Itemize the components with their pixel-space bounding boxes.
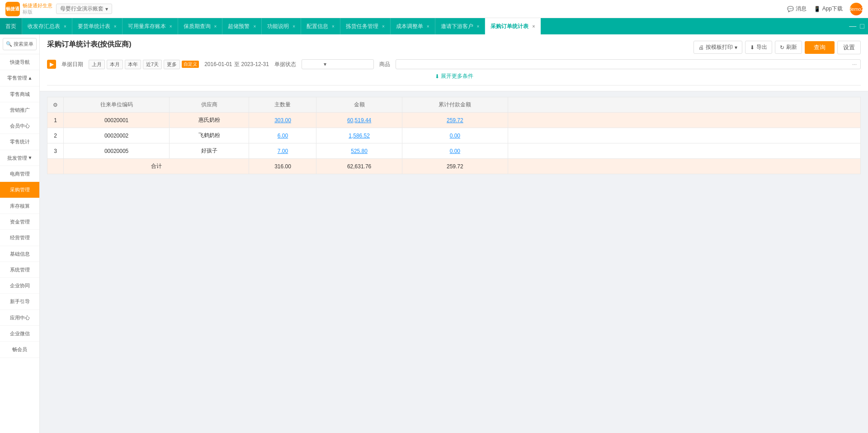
row2-extra (508, 128, 861, 143)
sidebar-item-marketing[interactable]: 营销推广 (0, 102, 39, 118)
print-button[interactable]: 🖨 按模板打印 ▾ (693, 41, 742, 54)
tab-demand[interactable]: 要货单统计表 × (72, 18, 123, 34)
sidebar-item-retail-stat[interactable]: 零售统计 (0, 134, 39, 150)
logo-icon: 畅捷通 (5, 2, 20, 16)
sidebar-item-enterprise[interactable]: 企业协同 (0, 278, 39, 294)
app-download-button[interactable]: 📱 App下载 (814, 5, 843, 13)
chevron-icon2: ▼ (28, 155, 33, 160)
setting-button[interactable]: 设置 (837, 41, 861, 54)
close-tab-config[interactable]: × (332, 24, 335, 29)
sidebar-item-operations[interactable]: 经营管理 (0, 230, 39, 246)
tab-cost[interactable]: 成本调整单 × (391, 18, 435, 34)
col-code: 往来单位编码 (64, 97, 170, 113)
sidebar-item-quick-nav[interactable]: 快捷导航 (0, 54, 39, 70)
tab-inventory[interactable]: 可用量库存账本 × (123, 18, 178, 34)
date-last-month[interactable]: 上月 (89, 60, 105, 69)
sidebar-item-retail-shop[interactable]: 零售商城 (0, 86, 39, 102)
date-filter-label: 单据日期 (61, 61, 83, 68)
main-layout: 🔍 搜索菜单 快捷导航 零售管理 ▲ 零售商城 营销推广 会员中心 零售统计 批… (0, 34, 868, 433)
table-footer-row: 合计 316.00 62,631.76 259.72 (47, 159, 861, 174)
sidebar-item-enterprise-wechat[interactable]: 企业微信 (0, 326, 39, 342)
sidebar-item-app-center[interactable]: 应用中心 (0, 310, 39, 326)
sidebar-item-new-guide[interactable]: 新手引导 (0, 294, 39, 309)
date-this-month[interactable]: 本月 (107, 60, 123, 69)
close-tab-warranty[interactable]: × (214, 24, 217, 29)
logo-text: 畅捷通好生意 标版 (23, 3, 52, 14)
sidebar-item-system[interactable]: 系统管理 (0, 262, 39, 278)
sidebar-item-member2[interactable]: 畅会员 (0, 342, 39, 357)
close-tab-overstock[interactable]: × (253, 24, 256, 29)
sidebar-item-purchase-mgmt[interactable]: 采购管理 (0, 182, 39, 198)
sidebar-item-inventory-check[interactable]: 库存核算 (0, 198, 39, 214)
row1-supplier: 惠氏奶粉 (170, 113, 249, 128)
close-tab-invite[interactable]: × (477, 24, 480, 29)
sidebar-item-finance[interactable]: 资金管理 (0, 214, 39, 230)
date-shortcuts: 上月 本月 本年 近7天 更多 自定义 (89, 60, 199, 69)
content-area: 采购订单统计表(按供应商) 🖨 按模板打印 ▾ ⬇ 导出 ↻ 刷新 (40, 34, 868, 433)
row3-amount[interactable]: 525.80 (316, 143, 402, 159)
status-select[interactable]: ▾ (302, 59, 374, 69)
print-icon: 🖨 (698, 44, 704, 51)
row1-quantity[interactable]: 303.00 (249, 113, 316, 128)
refresh-button[interactable]: ↻ 刷新 (775, 41, 802, 54)
tab-purchase[interactable]: 采购订单统计表 × (485, 18, 541, 34)
tab-warranty[interactable]: 保质期查询 × (178, 18, 223, 34)
collapse-filter-button[interactable]: ▶ (47, 60, 56, 69)
query-button[interactable]: 查询 (805, 41, 835, 54)
sidebar-item-ecommerce[interactable]: 电商管理 (0, 166, 39, 182)
close-tab-function[interactable]: × (292, 24, 295, 29)
chevron-down-print: ▾ (735, 44, 737, 51)
tab-receive[interactable]: 收发存汇总表 × (22, 18, 72, 34)
maximize-button[interactable]: □ (860, 22, 864, 30)
row2-quantity[interactable]: 6.00 (249, 128, 316, 143)
date-more[interactable]: 更多 (164, 60, 180, 69)
tab-home[interactable]: 首页 (0, 18, 22, 34)
col-paid: 累计付款金额 (402, 97, 508, 113)
avatar[interactable]: demo2 (850, 3, 863, 15)
sidebar-item-basic-info[interactable]: 基础信息 (0, 246, 39, 262)
close-tab-inventory[interactable]: × (170, 24, 172, 29)
close-tab-cost[interactable]: × (427, 24, 429, 29)
expand-more-button[interactable]: ⬇ 展开更多条件 (435, 71, 473, 81)
col-extra (508, 97, 861, 113)
top-bar: 畅捷通 畅捷通好生意 标版 母婴行业演示账套 ▾ 💬 消息 📱 App下载 de… (0, 0, 868, 18)
footer-extra (508, 159, 861, 174)
minimize-button[interactable]: — (849, 22, 856, 30)
row2-paid[interactable]: 0.00 (402, 128, 508, 143)
row1-amount[interactable]: 60,519.44 (316, 113, 402, 128)
chevron-icon: ▲ (28, 76, 33, 81)
close-tab-demand[interactable]: × (114, 24, 117, 29)
tab-overstock[interactable]: 超储预警 × (222, 18, 262, 34)
tab-task[interactable]: 拣货任务管理 × (340, 18, 391, 34)
export-button[interactable]: ⬇ 导出 (745, 41, 772, 54)
tab-invite[interactable]: 邀请下游客户 × (435, 18, 486, 34)
row3-paid[interactable]: 0.00 (402, 143, 508, 159)
col-amount: 金额 (316, 97, 402, 113)
status-filter-label: 单据状态 (274, 61, 296, 68)
search-menu-button[interactable]: 🔍 搜索菜单 (3, 38, 37, 50)
table-container: ⚙ 往来单位编码 供应商 主数量 金额 累计付款金额 1 00020001 (40, 91, 868, 433)
row2-amount[interactable]: 1,586.52 (316, 128, 402, 143)
sidebar-item-retail-mgmt[interactable]: 零售管理 ▲ (0, 70, 39, 86)
tab-config[interactable]: 配置信息 × (301, 18, 340, 34)
goods-input[interactable]: ··· (396, 59, 861, 69)
row2-index: 2 (47, 128, 64, 143)
col-gear[interactable]: ⚙ (47, 97, 64, 113)
row3-quantity[interactable]: 7.00 (249, 143, 316, 159)
date-7days[interactable]: 近7天 (143, 60, 162, 69)
close-tab-receive[interactable]: × (64, 24, 66, 29)
close-tab-task[interactable]: × (382, 24, 385, 29)
ellipsis-icon: ··· (852, 61, 857, 67)
workspace-selector[interactable]: 母婴行业演示账套 ▾ (56, 4, 112, 14)
tab-function[interactable]: 功能说明 × (262, 18, 301, 34)
footer-label: 合计 (64, 159, 249, 174)
sidebar-item-member[interactable]: 会员中心 (0, 118, 39, 134)
search-menu-area: 🔍 搜索菜单 (0, 34, 39, 54)
footer-paid: 259.72 (402, 159, 508, 174)
filter-panel: ▶ 单据日期 上月 本月 本年 近7天 更多 自定义 2016-01-01 至 (47, 59, 861, 86)
date-this-year[interactable]: 本年 (125, 60, 141, 69)
message-button[interactable]: 💬 消息 (787, 5, 807, 13)
row1-paid[interactable]: 259.72 (402, 113, 508, 128)
close-tab-purchase[interactable]: × (532, 24, 535, 29)
sidebar-item-batch-mgmt[interactable]: 批发管理 ▼ (0, 150, 39, 166)
